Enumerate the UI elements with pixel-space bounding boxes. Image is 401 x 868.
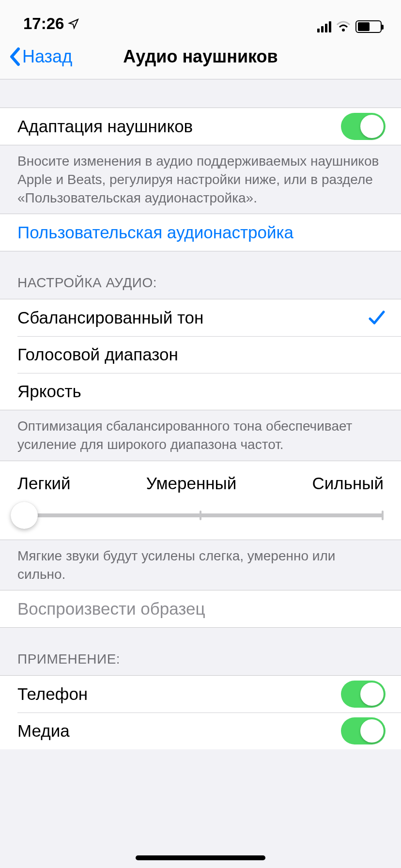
home-indicator xyxy=(136,855,265,860)
apply-media-toggle[interactable] xyxy=(341,717,386,744)
wifi-icon xyxy=(336,21,351,32)
adaptation-label: Адаптация наушников xyxy=(17,117,193,136)
amplification-slider-cell: Легкий Умеренный Сильный xyxy=(0,461,401,540)
battery-icon xyxy=(355,20,382,33)
tune-option-balanced[interactable]: Сбалансированный тон xyxy=(0,299,401,336)
apply-phone-label: Телефон xyxy=(17,684,88,704)
tune-option-label: Яркость xyxy=(17,382,81,401)
adaptation-group: Адаптация наушников xyxy=(0,108,401,145)
apply-group: Телефон Медиа xyxy=(0,675,401,749)
svg-point-0 xyxy=(342,29,345,31)
play-sample-button[interactable]: Воспроизвести образец xyxy=(0,590,401,627)
tune-option-label: Сбалансированный тон xyxy=(17,308,203,327)
cellular-icon xyxy=(317,21,331,32)
tune-footer: Оптимизация сбалансированного тона обесп… xyxy=(0,410,401,461)
nav-bar: Назад Аудио наушников xyxy=(0,34,401,79)
adaptation-cell: Адаптация наушников xyxy=(0,108,401,145)
amplification-slider[interactable] xyxy=(17,506,384,525)
chevron-left-icon xyxy=(9,47,21,66)
status-time-group: 17:26 xyxy=(23,15,79,33)
status-bar: 17:26 xyxy=(0,0,401,34)
custom-audio-setup-label: Пользовательская аудионастройка xyxy=(17,223,293,242)
tune-option-brightness[interactable]: Яркость xyxy=(0,373,401,410)
play-sample-label: Воспроизвести образец xyxy=(17,599,205,619)
slider-thumb[interactable] xyxy=(11,502,38,529)
tune-option-vocal[interactable]: Голосовой диапазон xyxy=(0,336,401,373)
custom-setup-group: Пользовательская аудионастройка xyxy=(0,214,401,251)
slider-label-high: Сильный xyxy=(312,474,384,493)
play-sample-group: Воспроизвести образец xyxy=(0,590,401,628)
checkmark-icon xyxy=(368,309,386,326)
location-icon xyxy=(68,18,79,30)
tune-group: Сбалансированный тон Голосовой диапазон … xyxy=(0,299,401,410)
tune-option-label: Голосовой диапазон xyxy=(17,345,178,364)
slider-footer: Мягкие звуки будут усилены слегка, умере… xyxy=(0,540,401,590)
apply-media-cell: Медиа xyxy=(0,713,401,749)
status-icons xyxy=(317,20,382,33)
custom-audio-setup-link[interactable]: Пользовательская аудионастройка xyxy=(0,214,401,251)
back-label: Назад xyxy=(22,46,72,67)
apply-phone-toggle[interactable] xyxy=(341,681,386,708)
slider-label-mid: Умеренный xyxy=(146,474,236,493)
status-time: 17:26 xyxy=(23,15,64,33)
slider-labels: Легкий Умеренный Сильный xyxy=(17,474,384,493)
adaptation-footer: Вносите изменения в аудио поддерживаемых… xyxy=(0,145,401,214)
apply-phone-cell: Телефон xyxy=(0,676,401,713)
adaptation-toggle[interactable] xyxy=(341,113,386,140)
apply-media-label: Медиа xyxy=(17,721,70,741)
tune-header: НАСТРОЙКА АУДИО: xyxy=(0,251,401,299)
slider-label-low: Легкий xyxy=(17,474,71,493)
apply-header: ПРИМЕНЕНИЕ: xyxy=(0,628,401,675)
back-button[interactable]: Назад xyxy=(0,46,72,67)
